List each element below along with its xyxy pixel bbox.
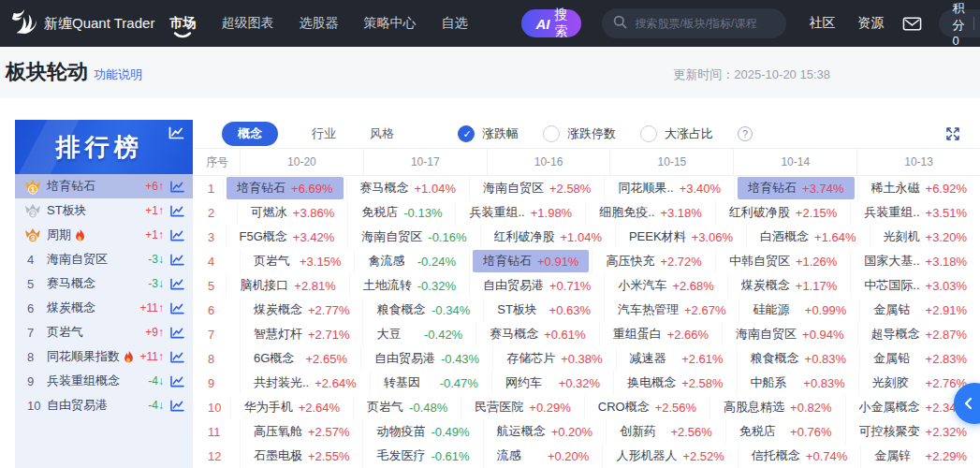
sector-cell[interactable]: 培育钻石+6.69% — [223, 176, 345, 200]
global-search[interactable] — [602, 8, 786, 38]
trend-chart-icon[interactable] — [169, 278, 185, 290]
sector-cell[interactable]: 煤炭概念+2.77% — [240, 298, 362, 322]
tab-1[interactable]: 行业 — [312, 125, 336, 142]
date-column-header[interactable]: 10-15 — [609, 149, 733, 175]
sector-cell[interactable]: 金属铅+2.83% — [859, 346, 980, 371]
mail-icon[interactable] — [902, 16, 922, 32]
tab-2[interactable]: 风格 — [370, 125, 394, 142]
sector-cell[interactable]: 金属锌+2.29% — [860, 444, 980, 468]
trend-chart-icon[interactable] — [169, 205, 185, 217]
sector-cell[interactable]: 光刻机+3.20% — [870, 225, 980, 249]
sector-cell[interactable]: 自由贸易港+0.71% — [469, 273, 604, 298]
sector-cell[interactable]: ST板块+0.63% — [483, 298, 604, 322]
sector-cell[interactable]: 小米汽车+2.68% — [604, 273, 726, 298]
trend-chart-icon[interactable] — [169, 351, 185, 363]
trend-chart-icon[interactable] — [169, 400, 185, 412]
date-column-header[interactable]: 10-13 — [856, 149, 980, 175]
sector-cell[interactable]: 汽车热管理+2.67% — [604, 298, 739, 322]
sector-cell[interactable]: 同花顺果..+3.40% — [604, 176, 734, 200]
ranking-trend-chart-icon[interactable] — [168, 126, 184, 143]
metric-option-0[interactable]: 涨跌幅 — [458, 125, 519, 142]
sector-cell[interactable]: 减速器+2.61% — [616, 346, 737, 371]
sector-cell[interactable]: CRO概念+2.56% — [584, 395, 709, 419]
resources-link[interactable]: 资源 — [857, 15, 884, 32]
metric-option-1[interactable]: 涨跌停数 — [543, 125, 616, 142]
ranking-item[interactable]: 8同花顺果指数+11↑ — [15, 344, 193, 369]
sector-cell[interactable]: 智慧灯杆+2.71% — [240, 322, 362, 346]
sector-cell[interactable]: 页岩气-0.48% — [353, 395, 461, 419]
sector-cell[interactable]: 毛发医疗-0.61% — [362, 444, 482, 468]
sector-cell[interactable]: 稀土永磁+6.92% — [857, 176, 980, 200]
community-link[interactable]: 社区 — [809, 15, 835, 32]
sector-cell[interactable]: 民营医院+0.29% — [461, 395, 583, 419]
sector-cell[interactable]: 创新药+2.56% — [606, 419, 725, 444]
nav-item-3[interactable]: 策略中心 — [363, 11, 416, 36]
sector-cell[interactable]: 脑机接口+2.81% — [226, 273, 348, 298]
sector-cell[interactable]: 自由贸易港-0.43% — [360, 346, 492, 371]
trend-chart-icon[interactable] — [169, 254, 185, 266]
ranking-item[interactable]: 1培育钻石+6↑ — [15, 174, 193, 198]
sector-cell[interactable]: 细胞免疫..+3.18% — [585, 200, 715, 225]
trend-chart-icon[interactable] — [169, 327, 185, 339]
sector-cell[interactable]: 可燃冰+3.86% — [237, 200, 347, 225]
ai-search-button[interactable]: AI 搜索 — [521, 9, 581, 37]
sector-cell[interactable]: 培育钻石+3.74% — [734, 176, 856, 200]
sector-cell[interactable]: 粮食概念-0.34% — [362, 298, 483, 322]
sector-cell[interactable]: 粮食概念+0.83% — [737, 346, 859, 371]
sector-cell[interactable]: 换电概念+2.58% — [613, 371, 736, 395]
ranking-item[interactable]: 7页岩气+9↑ — [15, 320, 193, 344]
trend-chart-icon[interactable] — [169, 229, 185, 241]
sector-cell[interactable]: 兵装重组..+1.98% — [455, 200, 585, 225]
ranking-item[interactable]: 10自由贸易港-4↓ — [15, 393, 193, 417]
sector-cell[interactable]: 硅能源+0.99% — [739, 298, 859, 322]
sector-cell[interactable]: 高压快充+2.72% — [592, 249, 714, 273]
sector-cell[interactable]: 培育钻石+0.91% — [469, 249, 592, 273]
sector-cell[interactable]: 6G概念+2.65% — [240, 346, 360, 371]
sector-cell[interactable]: 动物疫苗-0.49% — [362, 419, 482, 444]
sector-cell[interactable]: 禽流感-0.24% — [354, 249, 468, 273]
ranking-item[interactable]: 3周期+1↑ — [15, 223, 193, 247]
sector-cell[interactable]: 流感+0.20% — [483, 444, 603, 468]
tab-0[interactable]: 概念 — [222, 122, 278, 146]
sector-cell[interactable]: 免税店-0.13% — [347, 200, 455, 225]
sector-cell[interactable]: 高股息精选+0.82% — [709, 395, 844, 419]
sector-cell[interactable]: 赛马概念+0.61% — [475, 322, 598, 346]
sector-cell[interactable]: 石墨电极+2.55% — [240, 444, 362, 468]
sector-cell[interactable]: 海南自贸区-0.16% — [347, 225, 479, 249]
sector-cell[interactable]: 高压氧舱+2.57% — [240, 419, 362, 444]
nav-item-2[interactable]: 选股器 — [299, 11, 338, 36]
date-column-header[interactable]: 10-20 — [240, 149, 363, 175]
sector-cell[interactable]: 海南自贸区+2.58% — [469, 176, 604, 200]
sector-cell[interactable]: 国家大基..+3.18% — [850, 249, 980, 273]
nav-item-4[interactable]: 自选 — [441, 11, 467, 36]
sector-cell[interactable]: 共封装光..+2.64% — [240, 371, 370, 395]
feature-help-link[interactable]: 功能说明 — [94, 66, 142, 83]
sector-cell[interactable]: 红利破净股+1.04% — [480, 225, 615, 249]
sector-cell[interactable]: 煤炭概念+1.17% — [727, 273, 850, 298]
metric-option-2[interactable]: 大涨占比 — [640, 125, 713, 142]
ranking-item[interactable]: 4海南自贸区-3↓ — [15, 247, 193, 271]
sector-cell[interactable]: 华为手机+2.64% — [230, 395, 353, 419]
search-input[interactable] — [635, 17, 775, 30]
sector-cell[interactable]: 红利破净股+2.15% — [715, 200, 850, 225]
help-icon[interactable]: ? — [738, 126, 753, 141]
sector-cell[interactable]: 中芯国际..+3.03% — [850, 273, 980, 298]
sector-cell[interactable]: PEEK材料+3.06% — [615, 225, 746, 249]
sector-cell[interactable]: 兵装重组..+3.51% — [850, 200, 980, 225]
sector-cell[interactable]: 赛马概念+1.04% — [346, 176, 469, 200]
radio-unchecked-icon[interactable] — [640, 125, 657, 142]
sector-cell[interactable]: 中船系+0.83% — [737, 371, 858, 395]
sector-cell[interactable]: 超导概念+2.87% — [857, 322, 980, 346]
fullscreen-icon[interactable] — [945, 126, 960, 141]
sector-cell[interactable]: 大豆-0.42% — [362, 322, 475, 346]
sector-cell[interactable]: F5G概念+3.42% — [226, 225, 348, 249]
radio-checked-icon[interactable] — [458, 125, 475, 142]
radio-unchecked-icon[interactable] — [543, 125, 560, 142]
sector-cell[interactable]: 土地流转-0.32% — [349, 273, 469, 298]
sector-cell[interactable]: 中韩自贸区+1.26% — [715, 249, 850, 273]
trend-chart-icon[interactable] — [169, 375, 185, 388]
sector-cell[interactable]: 海南自贸区+0.94% — [722, 322, 856, 346]
sector-cell[interactable]: 重组蛋白+2.66% — [599, 322, 722, 346]
trend-chart-icon[interactable] — [169, 181, 185, 193]
sector-cell[interactable]: 转基因-0.47% — [370, 371, 491, 395]
